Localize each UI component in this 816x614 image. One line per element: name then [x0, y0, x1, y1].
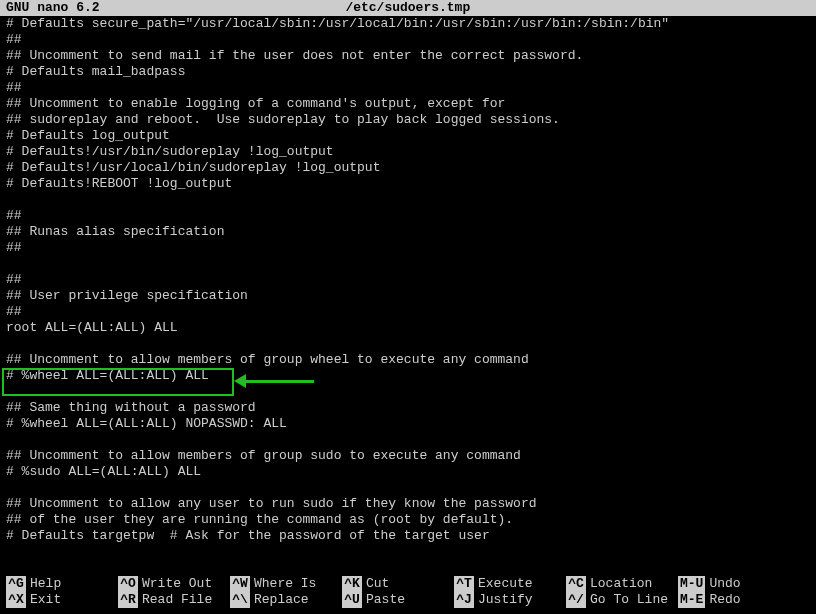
shortcut-key: ^G — [6, 576, 26, 592]
shortcut-key: M-U — [678, 576, 705, 592]
editor-line: ## Uncomment to send mail if the user do… — [6, 48, 810, 64]
editor-line — [6, 336, 810, 352]
shortcut-item[interactable]: ^\Replace — [230, 592, 342, 608]
shortcut-item[interactable]: M-ERedo — [678, 592, 748, 608]
shortcut-item[interactable]: ^JJustify — [454, 592, 566, 608]
editor-line: # Defaults secure_path="/usr/local/sbin:… — [6, 16, 810, 32]
editor-line: # Defaults mail_badpass — [6, 64, 810, 80]
shortcut-key: ^R — [118, 592, 138, 608]
shortcut-label: Redo — [709, 592, 740, 608]
shortcut-key: ^X — [6, 592, 26, 608]
editor-line: ## Uncomment to allow members of group w… — [6, 352, 810, 368]
shortcut-key: ^U — [342, 592, 362, 608]
editor-line — [6, 192, 810, 208]
editor-line — [6, 480, 810, 496]
editor-line — [6, 384, 810, 400]
shortcut-key: M-E — [678, 592, 705, 608]
file-name: /etc/sudoers.tmp — [100, 0, 716, 16]
shortcut-item[interactable]: ^OWrite Out — [118, 576, 230, 592]
shortcut-label: Location — [590, 576, 652, 592]
shortcut-item[interactable]: ^CLocation — [566, 576, 678, 592]
shortcut-key: ^W — [230, 576, 250, 592]
shortcut-key: ^K — [342, 576, 362, 592]
shortcut-label: Exit — [30, 592, 61, 608]
shortcut-label: Undo — [709, 576, 740, 592]
shortcut-key: ^\ — [230, 592, 250, 608]
shortcut-item[interactable]: ^RRead File — [118, 592, 230, 608]
editor-line: ## Uncomment to allow any user to run su… — [6, 496, 810, 512]
shortcut-item[interactable]: ^TExecute — [454, 576, 566, 592]
editor-line: ## — [6, 240, 810, 256]
editor-line: ## — [6, 304, 810, 320]
editor-line: # %wheel ALL=(ALL:ALL) NOPASSWD: ALL — [6, 416, 810, 432]
shortcut-item[interactable]: ^UPaste — [342, 592, 454, 608]
shortcut-key: ^C — [566, 576, 586, 592]
editor-line: ## Same thing without a password — [6, 400, 810, 416]
editor-line: ## — [6, 32, 810, 48]
editor-line: # Defaults targetpw # Ask for the passwo… — [6, 528, 810, 544]
app-name: GNU nano 6.2 — [0, 0, 100, 16]
editor-line: # Defaults!/usr/local/bin/sudoreplay !lo… — [6, 160, 810, 176]
shortcut-label: Justify — [478, 592, 533, 608]
title-bar: GNU nano 6.2 /etc/sudoers.tmp — [0, 0, 816, 16]
shortcut-key: ^O — [118, 576, 138, 592]
editor-line: # %wheel ALL=(ALL:ALL) ALL — [6, 368, 810, 384]
editor-line: ## — [6, 272, 810, 288]
editor-line: ## Runas alias specification — [6, 224, 810, 240]
shortcut-label: Cut — [366, 576, 389, 592]
editor-line: ## of the user they are running the comm… — [6, 512, 810, 528]
editor-area[interactable]: # Defaults secure_path="/usr/local/sbin:… — [0, 16, 816, 544]
shortcut-key: ^J — [454, 592, 474, 608]
editor-line: ## — [6, 80, 810, 96]
editor-line: root ALL=(ALL:ALL) ALL — [6, 320, 810, 336]
editor-line: ## User privilege specification — [6, 288, 810, 304]
shortcut-label: Read File — [142, 592, 212, 608]
editor-line — [6, 256, 810, 272]
shortcut-bar: ^GHelp^OWrite Out^WWhere Is^KCut^TExecut… — [6, 576, 810, 608]
shortcut-label: Go To Line — [590, 592, 668, 608]
shortcut-key: ^/ — [566, 592, 586, 608]
editor-line: ## — [6, 208, 810, 224]
editor-line: ## Uncomment to enable logging of a comm… — [6, 96, 810, 112]
shortcut-item[interactable]: ^XExit — [6, 592, 118, 608]
shortcut-item[interactable]: M-UUndo — [678, 576, 748, 592]
shortcut-item[interactable]: ^WWhere Is — [230, 576, 342, 592]
editor-line — [6, 432, 810, 448]
shortcut-label: Replace — [254, 592, 309, 608]
shortcut-label: Help — [30, 576, 61, 592]
editor-line: # Defaults log_output — [6, 128, 810, 144]
shortcut-label: Paste — [366, 592, 405, 608]
shortcut-label: Execute — [478, 576, 533, 592]
shortcut-item[interactable]: ^GHelp — [6, 576, 118, 592]
shortcut-label: Write Out — [142, 576, 212, 592]
shortcut-item[interactable]: ^KCut — [342, 576, 454, 592]
editor-line: # Defaults!/usr/bin/sudoreplay !log_outp… — [6, 144, 810, 160]
shortcut-item[interactable]: ^/Go To Line — [566, 592, 678, 608]
editor-line: ## sudoreplay and reboot. Use sudoreplay… — [6, 112, 810, 128]
shortcut-label: Where Is — [254, 576, 316, 592]
editor-line: ## Uncomment to allow members of group s… — [6, 448, 810, 464]
editor-line: # %sudo ALL=(ALL:ALL) ALL — [6, 464, 810, 480]
shortcut-key: ^T — [454, 576, 474, 592]
editor-line: # Defaults!REBOOT !log_output — [6, 176, 810, 192]
